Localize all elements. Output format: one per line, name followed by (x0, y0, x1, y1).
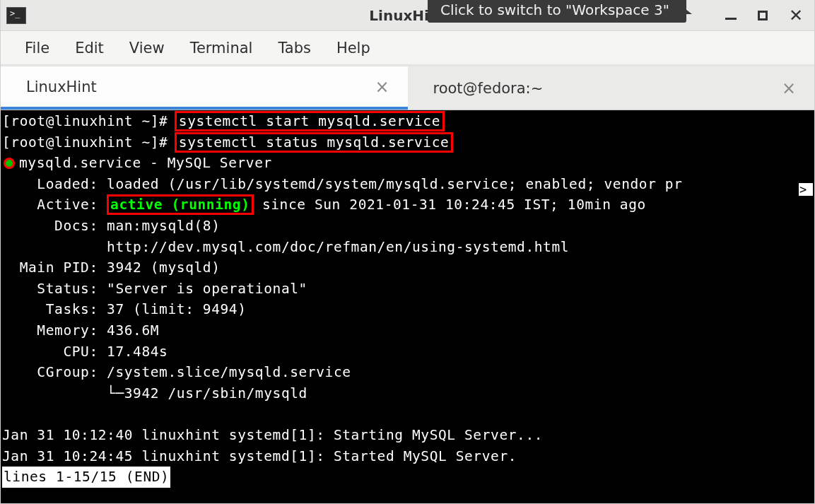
service-cgroup-1: CGroup: /system.slice/mysqld.service (2, 362, 814, 383)
service-cgroup-2: └─3942 /usr/sbin/mysqld (2, 383, 814, 404)
window-controls: ✕ (724, 9, 804, 22)
service-tasks: Tasks: 37 (limit: 9494) (2, 299, 814, 320)
menubar: File Edit View Terminal Tabs Help (1, 31, 814, 65)
menu-terminal[interactable]: Terminal (179, 35, 264, 61)
command-start-mysqld: systemctl start mysqld.service (175, 111, 445, 131)
tab-close-icon[interactable]: × (370, 77, 393, 97)
journal-log-1: Jan 31 10:12:40 linuxhint systemd[1]: St… (2, 425, 814, 446)
service-docs-1: Docs: man:mysqld(8) (2, 216, 814, 237)
service-loaded: Loaded: loaded (/usr/lib/systemd/system/… (2, 174, 814, 195)
shell-prompt: [root@linuxhint ~]# (2, 113, 177, 129)
maximize-button[interactable] (756, 9, 769, 22)
close-button[interactable]: ✕ (787, 9, 804, 22)
terminal-app-icon: >_ (6, 7, 26, 24)
service-cpu: CPU: 17.484s (2, 341, 814, 363)
menu-help[interactable]: Help (325, 35, 382, 61)
menu-edit[interactable]: Edit (64, 35, 115, 61)
menu-view[interactable]: View (118, 35, 176, 61)
journal-log-2: Jan 31 10:24:45 linuxhint systemd[1]: St… (2, 446, 814, 467)
menu-tabs[interactable]: Tabs (266, 35, 322, 61)
tab-bar: LinuxHint × root@fedora:~ × (1, 65, 814, 110)
service-active-status: active (running) (107, 194, 253, 215)
service-docs-2: http://dev.mysql.com/doc/refman/en/using… (2, 237, 814, 258)
menu-file[interactable]: File (13, 35, 61, 61)
tab-label: root@fedora:~ (433, 80, 544, 97)
line-overflow-indicator: > (799, 183, 813, 196)
service-active-dot-icon (4, 158, 15, 169)
service-header: mysqld.service - MySQL Server (19, 155, 272, 171)
tab-root-fedora[interactable]: root@fedora:~ × (408, 66, 815, 110)
terminal-window: >_ LinuxHint Click to switch to "Workspa… (0, 0, 815, 504)
service-memory: Memory: 436.6M (2, 320, 814, 341)
terminal-output[interactable]: [root@linuxhint ~]# systemctl start mysq… (1, 110, 814, 503)
minimize-button[interactable] (724, 9, 738, 21)
tab-close-icon[interactable]: × (778, 78, 800, 98)
shell-prompt: [root@linuxhint ~]# (2, 134, 177, 151)
workspace-switch-tooltip[interactable]: Click to switch to "Workspace 3" (428, 0, 686, 23)
tab-label: LinuxHint (26, 78, 97, 95)
tab-linuxhint[interactable]: LinuxHint × (1, 66, 408, 110)
pager-status: lines 1-15/15 (END) (2, 467, 170, 488)
service-active-label: Active: (2, 197, 107, 213)
titlebar: >_ LinuxHint Click to switch to "Workspa… (1, 0, 814, 31)
service-status: Status: "Server is operational" (2, 279, 814, 300)
service-active-since: since Sun 2021-01-31 10:24:45 IST; 10min… (254, 197, 646, 213)
service-main-pid: Main PID: 3942 (mysqld) (2, 257, 814, 279)
command-status-mysqld: systemctl status mysqld.service (175, 132, 454, 153)
